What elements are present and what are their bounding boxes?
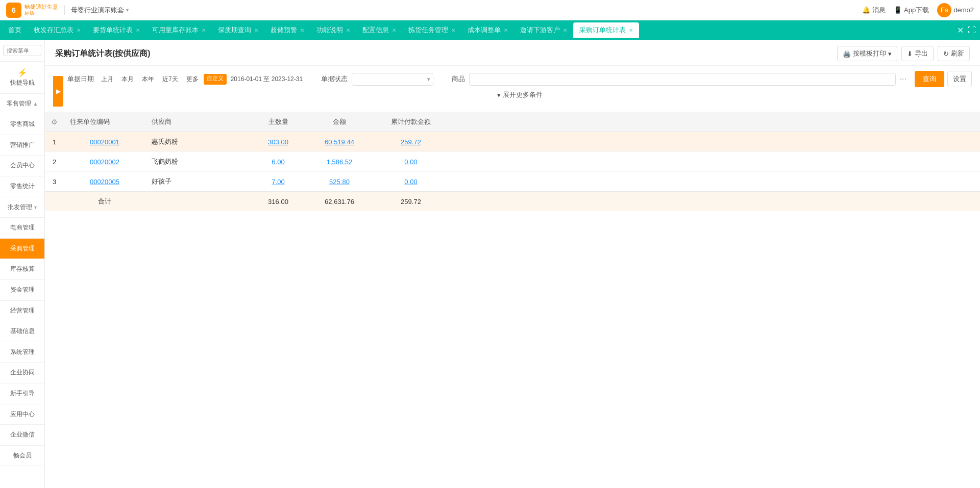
cell-amount[interactable]: 525.80 (309, 172, 370, 192)
shortcut-more[interactable]: 更多 (183, 74, 202, 85)
sidebar-item-basic[interactable]: 基础信息 (0, 321, 44, 342)
user-avatar-area[interactable]: Ea demo2 (937, 3, 974, 17)
cell-paid[interactable]: 0.00 (370, 172, 452, 192)
sidebar: ⚡ 快捷导航 零售管理 ▲ 零售商城 营销推广 会员中心 零售统计 批发管理 ▾… (0, 40, 45, 488)
sidebar-item-inventory[interactable]: 库存核算 (0, 259, 44, 280)
close-icon[interactable]: ✕ (451, 28, 455, 33)
cell-unit-code[interactable]: 00020002 (64, 152, 145, 172)
sidebar-item-wholesale[interactable]: 批发管理 ▾ (0, 197, 44, 218)
shortcut-this-month[interactable]: 本月 (118, 74, 137, 85)
cell-main-qty[interactable]: 303.00 (248, 132, 309, 152)
sidebar-item-newguide[interactable]: 新手引导 (0, 383, 44, 404)
cell-unit-code[interactable]: 00020001 (64, 132, 145, 152)
cell-index: 2 (45, 152, 64, 172)
col-unit-code: 往来单位编码 (64, 112, 145, 132)
toggle-filter-button[interactable]: ▶ (53, 76, 63, 107)
settings-button[interactable]: 设置 (947, 71, 972, 87)
export-button[interactable]: ⬇ 导出 (901, 46, 934, 61)
cell-index: 3 (45, 172, 64, 192)
cell-main-qty[interactable]: 6.00 (248, 152, 309, 172)
tab-feature-desc[interactable]: 功能说明 ✕ (310, 22, 356, 38)
search-input[interactable] (3, 45, 41, 56)
close-icon[interactable]: ✕ (629, 28, 633, 33)
table-container: ⚙ 往来单位编码 供应商 主数量 金额 累计付款金额 1 00020001 (45, 112, 980, 488)
refresh-button[interactable]: ↻ 刷新 (938, 46, 970, 61)
shortcut-last-month[interactable]: 上月 (98, 74, 116, 85)
close-icon[interactable]: ✕ (346, 28, 350, 33)
tab-home[interactable]: 首页 (2, 22, 28, 38)
close-icon[interactable]: ✕ (392, 28, 396, 33)
cell-amount[interactable]: 60,519.44 (309, 132, 370, 152)
table-row: 1 00020001 惠氏奶粉 303.00 60,519.44 259.72 (45, 132, 980, 152)
maximize-button[interactable]: ⛶ (968, 25, 976, 35)
table-row: 3 00020005 好孩子 7.00 525.80 0.00 (45, 172, 980, 192)
close-icon[interactable]: ✕ (136, 28, 140, 33)
cell-unit-code[interactable]: 00020005 (64, 172, 145, 192)
goods-filter-group: 商品 ··· (452, 73, 906, 86)
close-tab-button[interactable]: ✕ (957, 25, 964, 35)
message-button[interactable]: 🔔 消息 (862, 6, 886, 15)
col-supplier: 供应商 (145, 112, 248, 132)
filter-area: ▶ 单据日期 上月 本月 本年 近7天 更多 (45, 66, 980, 112)
goods-label: 商品 (452, 74, 465, 84)
app-download-button[interactable]: 📱 App下载 (894, 6, 929, 15)
template-print-button[interactable]: 🖨️ 按模板打印 ▾ (837, 46, 897, 61)
sidebar-search-area[interactable] (0, 40, 44, 62)
avatar-text: Ea (941, 7, 948, 14)
footer-paid: 259.72 (370, 192, 452, 212)
sidebar-item-operation[interactable]: 经营管理 (0, 301, 44, 322)
cell-main-qty[interactable]: 7.00 (248, 172, 309, 192)
sidebar-item-ecommerce[interactable]: 电商管理 (0, 218, 44, 239)
sidebar-item-enterprise[interactable]: 企业协同 (0, 363, 44, 383)
close-icon[interactable]: ✕ (504, 28, 508, 33)
tab-warranty-query[interactable]: 保质期查询 ✕ (212, 22, 264, 38)
tab-purchase-stat[interactable]: 采购订单统计表 ✕ (573, 22, 639, 38)
sidebar-item-vip[interactable]: 畅会员 (0, 446, 44, 467)
tab-stock-ledger[interactable]: 可用量库存账本 ✕ (146, 22, 212, 38)
sidebar-item-marketing[interactable]: 营销推广 (0, 135, 44, 156)
status-select[interactable] (352, 73, 433, 86)
close-icon[interactable]: ✕ (254, 28, 258, 33)
cell-amount[interactable]: 1,586.52 (309, 152, 370, 172)
tab-purchase-summary[interactable]: 要货单统计表 ✕ (87, 22, 146, 38)
shortcut-this-year[interactable]: 本年 (139, 74, 157, 85)
col-main-qty: 主数量 (248, 112, 309, 132)
close-icon[interactable]: ✕ (563, 28, 567, 33)
tab-overstock-warning[interactable]: 超储预警 ✕ (264, 22, 310, 38)
cell-extra (452, 172, 980, 192)
query-button[interactable]: 查询 (915, 71, 944, 87)
tab-receive-summary[interactable]: 收发存汇总表 ✕ (28, 22, 87, 38)
expand-more-button[interactable]: ▾ 展开更多条件 (497, 90, 543, 99)
close-icon[interactable]: ✕ (300, 28, 304, 33)
close-icon[interactable]: ✕ (77, 28, 81, 33)
sidebar-item-corpwechat[interactable]: 企业微信 (0, 425, 44, 446)
top-bar: 6 畅捷通好生意 标版 母婴行业演示账套 ▾ 🔔 消息 📱 App下载 Ea d… (0, 0, 980, 20)
more-options-icon[interactable]: ··· (900, 74, 906, 84)
sidebar-item-finance[interactable]: 资金管理 (0, 280, 44, 301)
top-bar-right: 🔔 消息 📱 App下载 Ea demo2 (862, 3, 974, 17)
cell-extra (452, 132, 980, 152)
close-icon[interactable]: ✕ (202, 28, 206, 33)
sidebar-item-member[interactable]: 会员中心 (0, 156, 44, 176)
tab-pick-task[interactable]: 拣货任务管理 ✕ (402, 22, 461, 38)
workspace-selector[interactable]: 母婴行业演示账套 ▾ (71, 6, 129, 15)
sidebar-item-retail-mall[interactable]: 零售商城 (0, 114, 44, 135)
sidebar-item-appcenter[interactable]: 应用中心 (0, 404, 44, 425)
page-content: 采购订单统计表(按供应商) 🖨️ 按模板打印 ▾ ⬇ 导出 ↻ 刷新 (45, 40, 980, 488)
goods-input[interactable] (469, 73, 896, 86)
tab-cost-adjust[interactable]: 成本调整单 ✕ (461, 22, 514, 38)
sidebar-item-quick-nav[interactable]: ⚡ 快捷导航 (0, 62, 44, 94)
cell-paid[interactable]: 0.00 (370, 152, 452, 172)
tab-config-info[interactable]: 配置信息 ✕ (356, 22, 402, 38)
cell-paid[interactable]: 259.72 (370, 132, 452, 152)
settings-icon[interactable]: ⚙ (51, 118, 58, 126)
table-settings-col[interactable]: ⚙ (45, 112, 64, 132)
sidebar-item-system[interactable]: 系统管理 (0, 342, 44, 363)
date-label: 单据日期 (67, 74, 94, 84)
sidebar-item-purchase[interactable]: 采购管理 (0, 239, 44, 260)
sidebar-item-retail[interactable]: 零售管理 ▲ (0, 94, 44, 115)
shortcut-7days[interactable]: 近7天 (159, 74, 181, 85)
sidebar-item-retail-stat[interactable]: 零售统计 (0, 176, 44, 197)
export-icon: ⬇ (907, 50, 913, 58)
tab-invite-downstream[interactable]: 邀请下游客户 ✕ (514, 22, 573, 38)
